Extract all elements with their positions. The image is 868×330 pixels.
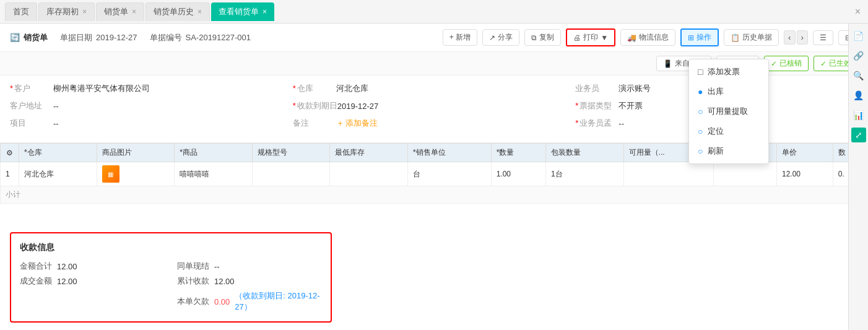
tab-inventory[interactable]: 库存期初 ×	[38, 2, 95, 21]
tab-sales-history-close[interactable]: ×	[197, 7, 202, 16]
tab-sales[interactable]: 销货单 ×	[96, 2, 144, 21]
customer-value: 柳州粤港平安气体有限公司	[53, 83, 150, 94]
warehouse-label: 仓库	[293, 83, 336, 94]
logistics-icon: 🚚	[627, 33, 636, 42]
doc-number-item: 单据编号 SA-20191227-001	[150, 32, 251, 43]
doc-actions: + 新增 ↗ 分享 ⧉ 复制 🖨 打印 ▼ 🚚 物流信息	[443, 28, 858, 46]
add-note-icon: ＋	[336, 118, 344, 129]
cell-product: 嘻嘻嘻嘻	[175, 162, 253, 186]
doc-date-value: 2019-12-27	[96, 33, 137, 42]
due-note: （收款到期日: 2019-12-27）	[235, 290, 322, 313]
confirmed-button[interactable]: ✓ 已核销	[764, 56, 809, 71]
transaction-value: 12.00	[57, 277, 77, 286]
tab-inventory-close[interactable]: ×	[82, 7, 87, 16]
address-value: --	[53, 102, 59, 111]
sidebar-icon-search[interactable]: 🔍	[851, 68, 866, 83]
doc-icon: 🔄	[10, 33, 20, 42]
note-field: 备注 ＋ 添加备注	[293, 118, 576, 129]
cell-warehouse: 河北仓库	[19, 162, 97, 186]
nav-next-button[interactable]: ›	[797, 30, 808, 45]
due-row: 本单欠款 0.00 （收款到期日: 2019-12-27）	[177, 290, 322, 313]
tab-home-label: 首页	[13, 6, 29, 17]
tab-sales-history[interactable]: 销货单历史 ×	[145, 2, 210, 21]
col-settings: ⚙	[1, 144, 19, 162]
share-icon: ↗	[489, 33, 495, 42]
tab-sales-history-label: 销货单历史	[154, 6, 194, 17]
tab-sales-close[interactable]: ×	[132, 7, 136, 16]
cell-quantity: 1.00	[491, 162, 545, 186]
cumulative-label: 累计收款	[177, 276, 209, 287]
print-button[interactable]: 🖨 打印 ▼	[566, 28, 615, 46]
confirmed-label: 已核销	[779, 58, 802, 69]
tab-view-sales-label: 查看销货单	[219, 6, 259, 17]
subtotal-row: 小计	[1, 186, 868, 204]
col-product-img: 商品图片	[97, 144, 175, 162]
cell-price: 12.00	[776, 162, 833, 186]
due-value: 0.00	[214, 297, 230, 306]
salesperson2-label: 业务员孟	[575, 118, 618, 129]
outbound-icon: ●	[698, 87, 703, 97]
col-package-qty: 包装数量	[545, 144, 623, 162]
dropdown-refresh[interactable]: ○ 刷新	[689, 141, 768, 161]
dropdown-outbound[interactable]: ● 出库	[689, 82, 768, 102]
cell-min-stock	[330, 162, 408, 186]
tab-view-sales[interactable]: 查看销货单 ×	[211, 2, 274, 21]
total-label: 金额合计	[20, 261, 52, 272]
ticket-type-label: 票据类型	[575, 100, 618, 111]
cell-seq: 1	[1, 162, 19, 186]
sidebar-icon-expand[interactable]: ⤢	[851, 128, 866, 142]
col-product: *商品	[175, 144, 253, 162]
transaction-row: 成交金额 12.00	[20, 276, 165, 287]
cell-spec	[252, 162, 330, 186]
dropdown-available-pickup[interactable]: ○ 可用量提取	[689, 102, 768, 121]
operations-button[interactable]: ⊞ 操作	[680, 28, 719, 46]
add-note-button[interactable]: ＋ 添加备注	[336, 118, 378, 129]
total-row: 金额合计 12.00	[20, 261, 165, 272]
col-min-stock: 最低库存	[330, 144, 408, 162]
locate-label: 定位	[708, 126, 724, 137]
confirmed-icon: ✓	[771, 59, 777, 68]
project-value: --	[53, 119, 59, 128]
sidebar-icon-chart[interactable]: 📊	[851, 108, 866, 123]
tab-view-sales-close[interactable]: ×	[263, 7, 267, 16]
payment-date-value: 2019-12-27	[337, 102, 379, 111]
payment-date-field: 收款到期日 2019-12-27	[293, 100, 576, 111]
history-button[interactable]: 📋 历史单据	[724, 29, 779, 46]
close-all-button[interactable]: ×	[853, 4, 863, 20]
dropdown-add-invoice[interactable]: □ 添加发票	[689, 62, 768, 82]
cell-available	[623, 162, 713, 186]
tab-home[interactable]: 首页	[5, 2, 37, 21]
tab-sales-label: 销货单	[104, 6, 128, 17]
nav-prev-button[interactable]: ‹	[784, 30, 795, 45]
sidebar-icon-user[interactable]: 👤	[851, 88, 866, 103]
table-row: 1 河北仓库 ▦ 嘻嘻嘻嘻 台 1.00 1台 12.00	[1, 162, 868, 186]
share-button[interactable]: ↗ 分享	[482, 29, 519, 46]
sidebar-icon-link[interactable]: 🔗	[851, 48, 866, 63]
doc-number-label: 单据编号	[150, 32, 182, 43]
new-button[interactable]: + 新增	[443, 29, 477, 46]
product-image: ▦	[102, 165, 119, 183]
salesperson2-value: --	[618, 119, 624, 128]
copy-button[interactable]: ⧉ 复制	[524, 29, 561, 46]
ticket-type-value: 不开票	[618, 100, 643, 111]
add-invoice-icon: □	[698, 67, 703, 77]
same-order-label: 同单现结	[177, 261, 209, 272]
copy-icon: ⧉	[531, 33, 537, 42]
logistics-label: 物流信息	[639, 32, 669, 43]
logistics-button[interactable]: 🚚 物流信息	[620, 29, 675, 46]
salesperson-value: 演示账号	[618, 83, 651, 94]
dropdown-locate[interactable]: ○ 定位	[689, 121, 768, 141]
view-list-button[interactable]: ☰	[813, 30, 833, 45]
doc-title: 销货单	[24, 32, 48, 43]
col-price: 单价	[776, 144, 833, 162]
project-label: 项目	[10, 118, 53, 129]
effective-icon: ✓	[820, 59, 827, 68]
cell-unit: 台	[408, 162, 492, 186]
copy-label: 复制	[539, 32, 554, 43]
available-pickup-icon: ○	[698, 106, 703, 116]
history-label: 历史单据	[742, 32, 772, 43]
note-label: 备注	[293, 118, 336, 129]
payment-date-label: 收款到期日	[293, 100, 337, 111]
operations-label: 操作	[697, 32, 711, 43]
sidebar-icon-doc[interactable]: 📄	[851, 28, 866, 43]
